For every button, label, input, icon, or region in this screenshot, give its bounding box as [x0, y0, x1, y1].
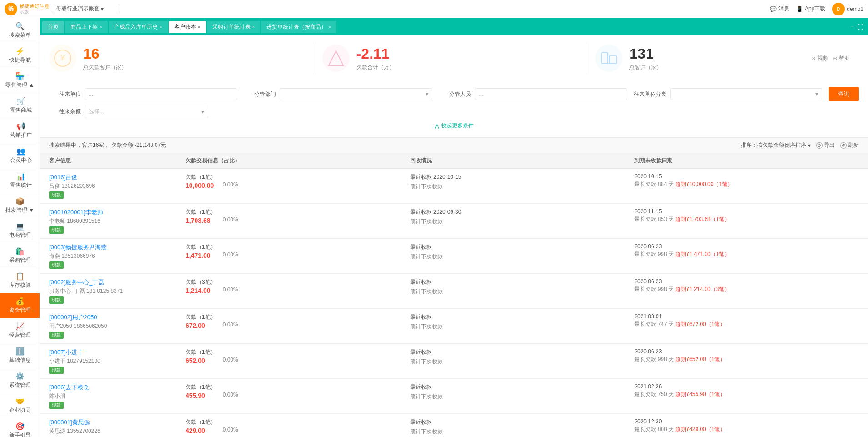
close-incoming-tab[interactable]: × — [328, 25, 331, 30]
avatar: D — [832, 3, 845, 15]
export-icon: ⊙ — [816, 142, 823, 149]
close-inventory-tab[interactable]: × — [160, 25, 162, 30]
customer-info-5: [0007]小进干 小进干 18279152100 现款 — [49, 348, 186, 374]
filter-from-unit-input[interactable]: ... — [85, 88, 237, 100]
customer-name-link-6[interactable]: [0006]去下粮仓 — [49, 384, 89, 391]
overdue-info-0: 2020.10.15 最长欠款 884 天 超期¥10,000.00（1笔） — [634, 173, 859, 199]
debt-info-0: 欠款（1笔） 10,000.00 0.00% — [186, 173, 410, 199]
customer-name-link-2[interactable]: [0003]畅捷服务尹海燕 — [49, 244, 107, 251]
sidebar-item-basicinfo[interactable]: ℹ️ 基础信息 — [0, 343, 40, 368]
app-wrapper: 畅 畅捷通好生意 示版 母婴行业演示账套 ▾ 💬 消息 📱 App下载 D de… — [0, 0, 868, 437]
sidebar-item-marketing[interactable]: 📢 营销推广 — [0, 118, 40, 143]
search-button[interactable]: 查询 — [829, 87, 859, 101]
tab-bar: 首页 商品上下架 × 产成品入库单历史 × 客户账本 × 采购订单统计表 × — [40, 18, 868, 35]
filter-from-unit-label: 往来单位 — [49, 90, 81, 98]
logo-area: 畅 畅捷通好生意 示版 — [5, 3, 50, 15]
content-area: 首页 商品上下架 × 产成品入库单历史 × 客户账本 × 采购订单统计表 × — [40, 18, 868, 437]
filter-manager-input[interactable]: ... — [475, 88, 627, 100]
sidebar-item-purchase[interactable]: 🛍️ 采购管理 — [0, 243, 40, 268]
chevron-up-icon: ⋀ — [435, 123, 439, 129]
sidebar-item-enterprise[interactable]: 🤝 企业协同 — [0, 393, 40, 418]
customer-name-link-0[interactable]: [0016]吕俊 — [49, 174, 77, 181]
recovery-info-0: 最近收款 2020-10-15 预计下次收款 — [410, 173, 635, 199]
tab-incoming[interactable]: 进货单统计表（按商品） × — [261, 21, 336, 33]
chevron-down-dept-icon: ▾ — [426, 91, 428, 97]
customer-name-link-4[interactable]: [000002]用户2050 — [49, 314, 97, 321]
ecommerce-icon: 💻 — [2, 222, 37, 231]
customer-info-3: [0002]服务中心_丁磊 服务中心_丁磊 181 0125 8371 现款 — [49, 278, 186, 304]
export-button[interactable]: ⊙ 导出 — [816, 141, 835, 149]
sidebar-item-members[interactable]: 👥 会员中心 — [0, 143, 40, 168]
filter-manager: 分管人员 ... — [439, 88, 627, 100]
overdue-info-6: 2021.02.26 最长欠款 750 天 超期¥455.90（1笔） — [634, 383, 859, 409]
sidebar-item-inventory[interactable]: 📋 库存核算 — [0, 268, 40, 293]
sidebar-item-search[interactable]: 🔍 搜索菜单 — [0, 18, 40, 43]
customer-phone-0: 吕俊 13026203696 — [49, 182, 186, 190]
recovery-info-5: 最近收款 预计下次收款 — [410, 348, 635, 374]
stats-icon: 📊 — [5, 172, 37, 181]
customer-name-link-5[interactable]: [0007]小进干 — [49, 349, 83, 356]
customer-name-link-1[interactable]: [0001020001]李老师 — [49, 209, 103, 216]
app-download-button[interactable]: 📱 App下载 — [796, 5, 825, 13]
window-maximize-icon[interactable]: ⛶ — [858, 24, 863, 30]
user-avatar[interactable]: D demo2 — [832, 3, 863, 15]
debt-amount-icon: ! — [322, 45, 350, 72]
sidebar-item-operations[interactable]: 📈 经营管理 — [0, 318, 40, 343]
sidebar-item-ecommerce[interactable]: 💻 电商管理 — [0, 218, 40, 243]
refresh-button[interactable]: ↺ 刷新 — [840, 141, 859, 149]
sidebar-item-system[interactable]: ⚙️ 系统管理 — [0, 368, 40, 393]
filter-department-select[interactable]: ▾ — [280, 88, 432, 100]
collapse-button[interactable]: ⋀ 收起更多条件 — [49, 122, 859, 130]
close-account-tab[interactable]: × — [198, 25, 201, 30]
messages-button[interactable]: 💬 消息 — [770, 5, 789, 13]
inventory-icon: 📋 — [2, 272, 37, 281]
sidebar-item-retail-mall[interactable]: 🛒 零售商城 — [0, 93, 40, 118]
total-customers-value: 131 — [629, 45, 662, 62]
customer-name-link-7[interactable]: [000001]黄思源 — [49, 419, 90, 426]
main-layout: 🔍 搜索菜单 ⚡ 快捷导航 🏪 零售管理 ▲ 🛒 零售商城 📢 营销推广 👥 — [0, 18, 868, 437]
quicknav-icon: ⚡ — [2, 47, 37, 55]
tab-account[interactable]: 客户账本 × — [169, 21, 206, 33]
table-row: [000001]黄思源 黄思源 13552700226 现款 欠款（1笔） 42… — [40, 414, 868, 437]
debt-amount-label: 欠款合计（万） — [356, 64, 395, 71]
customer-phone-3: 服务中心_丁磊 181 0125 8371 — [49, 287, 186, 295]
overdue-info-3: 2020.06.23 最长欠款 998 天 超期¥1,214.00（3笔） — [634, 278, 859, 304]
sidebar-item-retail-manage[interactable]: 🏪 零售管理 ▲ — [0, 68, 40, 93]
stats-row: ¥ 16 总欠款客户（家） ! -2.11 欠款合计（万） — [40, 35, 868, 81]
tab-home[interactable]: 首页 — [42, 21, 64, 33]
recovery-info-6: 最近收款 预计下次收款 — [410, 383, 635, 409]
customer-name-link-3[interactable]: [0002]服务中心_丁磊 — [49, 279, 104, 286]
help-btn[interactable]: ⊙ 帮助 — [833, 55, 850, 62]
svg-rect-5 — [610, 55, 616, 64]
tab-products[interactable]: 商品上下架 × — [65, 21, 108, 33]
tab-purchase[interactable]: 采购订单统计表 × — [207, 21, 261, 33]
debt-info-2: 欠款（1笔） 1,471.00 0.00% — [186, 243, 410, 269]
download-icon: 📱 — [796, 6, 803, 12]
video-help-btn[interactable]: ⊙ 视频 — [811, 55, 828, 62]
finance-icon: 💰 — [2, 297, 37, 306]
sidebar-item-finance[interactable]: 💰 资金管理 — [0, 293, 40, 318]
recovery-info-1: 最近收款 2020-06-30 预计下次收款 — [410, 208, 635, 234]
overdue-info-2: 2020.06.23 最长欠款 998 天 超期¥1,471.00（1笔） — [634, 243, 859, 269]
close-purchase-tab[interactable]: × — [252, 25, 255, 30]
sidebar-item-retail-stats[interactable]: 📊 零售统计 — [0, 168, 40, 193]
stat-card-debt-customers: ¥ 16 总欠款客户（家） — [49, 42, 313, 74]
company-select[interactable]: 母婴行业演示账套 ▾ — [52, 4, 120, 14]
close-products-tab[interactable]: × — [100, 25, 102, 30]
recovery-info-2: 最近收款 预计下次收款 — [410, 243, 635, 269]
enterprise-icon: 🤝 — [2, 397, 37, 406]
logo-text: 畅捷通好生意 示版 — [20, 3, 50, 15]
guide-icon: 🎯 — [2, 422, 37, 431]
filter-unit-category-select[interactable]: ▾ — [670, 88, 822, 100]
table-row: [0007]小进干 小进干 18279152100 现款 欠款（1笔） 652.… — [40, 344, 868, 379]
svg-text:!: ! — [335, 57, 336, 63]
customer-tag-6: 现款 — [49, 402, 64, 409]
sidebar-item-wholesale[interactable]: 📦 批发管理 ▼ — [0, 193, 40, 218]
window-minimize-icon[interactable]: － — [849, 23, 855, 31]
message-icon: 💬 — [770, 6, 777, 12]
sidebar-item-guide[interactable]: 🎯 新手引导 — [0, 418, 40, 437]
sort-select[interactable]: 排序：按欠款金额倒序排序 ▾ — [741, 141, 811, 149]
tab-inventory[interactable]: 产成品入库单历史 × — [109, 21, 168, 33]
filter-balance-select[interactable]: 选择... ▾ — [85, 105, 208, 118]
sidebar-item-quicknav[interactable]: ⚡ 快捷导航 — [0, 43, 40, 68]
